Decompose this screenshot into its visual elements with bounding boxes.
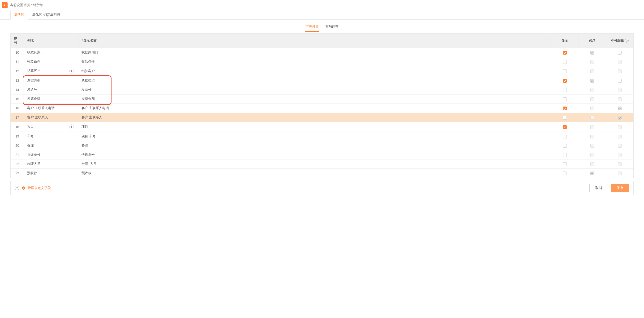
required-star-icon: * xyxy=(82,38,83,42)
required-checkbox xyxy=(590,116,594,120)
locked-checkbox xyxy=(618,116,622,120)
sub-tab-0[interactable]: 字段设置 xyxy=(305,23,319,32)
row-display-name[interactable]: 收款到期日 xyxy=(78,48,551,57)
row-display-name[interactable]: 项目 xyxy=(78,122,551,132)
row-display-name[interactable]: 收款条件 xyxy=(78,57,551,66)
required-checkbox xyxy=(590,125,594,129)
row-seq: 19 xyxy=(11,132,24,141)
locked-checkbox xyxy=(618,125,622,129)
required-checkbox xyxy=(590,88,594,92)
section-tab-0[interactable]: 表头区 xyxy=(10,10,28,20)
save-button[interactable]: 保存 xyxy=(611,184,629,192)
row-display-name[interactable]: 项目.车号 xyxy=(78,132,551,141)
locked-checkbox xyxy=(618,153,622,157)
table-row[interactable]: 17 客户.主联系人 客户.主联系人 xyxy=(11,113,633,122)
table-row[interactable]: 12 结算客户 结算客户 xyxy=(11,66,633,76)
row-colname: 车号 xyxy=(24,132,78,141)
table-row[interactable]: 15 发票金额 发票金额 xyxy=(11,94,633,104)
table-row[interactable]: 20 备注 备注 xyxy=(11,141,633,150)
table-row[interactable]: 22 步骤人员 步骤1人员 xyxy=(11,160,633,169)
row-display-name[interactable]: 结算客户 xyxy=(78,66,551,76)
required-checkbox xyxy=(590,135,594,138)
show-checkbox[interactable] xyxy=(563,51,567,54)
expand-field-button[interactable] xyxy=(69,124,74,129)
row-seq: 15 xyxy=(11,94,24,104)
required-checkbox xyxy=(590,162,594,166)
table-row[interactable]: 14 发票号 发票号 xyxy=(11,85,633,94)
required-checkbox xyxy=(590,60,594,64)
show-checkbox[interactable] xyxy=(563,88,567,92)
locked-checkbox xyxy=(618,135,622,138)
show-checkbox[interactable] xyxy=(563,97,567,101)
field-table: 序号 列名 *显示名称 显示 必录 不可编辑? 10 收款到期日 收款到期日 1… xyxy=(10,33,634,178)
show-checkbox[interactable] xyxy=(563,153,567,157)
locked-checkbox[interactable] xyxy=(618,79,622,83)
row-colname: 发票号 xyxy=(24,85,78,94)
section-tabs: 表头区表体区-销货单明细 xyxy=(0,10,644,20)
manage-custom-fields-link[interactable]: ? 管理自定义字段 xyxy=(15,186,51,190)
section-tab-1[interactable]: 表体区-销货单明细 xyxy=(28,10,64,20)
cancel-button[interactable]: 取消 xyxy=(590,184,608,192)
table-row[interactable]: 16 客户.主联系人电话 客户.主联系人电话 xyxy=(11,104,633,113)
show-checkbox[interactable] xyxy=(563,70,567,73)
row-display-name[interactable]: 快递单号 xyxy=(78,150,551,160)
table-row[interactable]: 10 收款到期日 收款到期日 xyxy=(11,48,633,57)
footer-bar: ? 管理自定义字段 取消 保存 xyxy=(10,181,634,196)
row-display-name[interactable]: 客户.主联系人电话 xyxy=(78,104,551,113)
row-display-name[interactable]: 发票号 xyxy=(78,85,551,94)
row-seq: 18 xyxy=(11,122,24,132)
col-header-seq: 序号 xyxy=(11,34,24,48)
table-row[interactable]: 19 车号 项目.车号 xyxy=(11,132,633,141)
sub-tabs: 字段设置布局调整 xyxy=(0,20,644,32)
row-display-name[interactable]: 发票金额 xyxy=(78,94,551,104)
table-row[interactable]: 21 快递单号 快递单号 xyxy=(11,150,633,160)
row-seq: 22 xyxy=(11,160,24,169)
expand-field-button[interactable] xyxy=(69,69,74,74)
show-checkbox[interactable] xyxy=(563,144,567,148)
show-checkbox[interactable] xyxy=(563,172,567,175)
table-row[interactable]: 23 预收款 预收款 xyxy=(11,169,633,178)
row-display-name[interactable]: 步骤1人员 xyxy=(78,160,551,169)
row-seq: 14 xyxy=(11,85,24,94)
row-display-name[interactable]: 备注 xyxy=(78,141,551,150)
col-header-name: 列名 xyxy=(24,34,78,48)
topbar: 当前设置单据：销货单 xyxy=(0,0,644,10)
row-display-name[interactable]: 票据类型 xyxy=(78,76,551,85)
sub-tab-1[interactable]: 布局调整 xyxy=(325,23,339,32)
show-checkbox[interactable] xyxy=(563,116,567,120)
table-row[interactable]: 11 收款条件 收款条件 xyxy=(11,57,633,66)
row-seq: 13 xyxy=(11,76,24,85)
required-checkbox xyxy=(590,97,594,101)
row-colname: 客户.主联系人电话 xyxy=(24,104,78,113)
row-seq: 17 xyxy=(11,113,24,122)
row-seq: 23 xyxy=(11,169,24,178)
locked-checkbox xyxy=(618,97,622,101)
row-display-name[interactable]: 预收款 xyxy=(78,169,551,178)
col-header-display-text: 显示名称 xyxy=(84,38,96,42)
row-display-name[interactable]: 客户.主联系人 xyxy=(78,113,551,122)
table-row[interactable]: 13 票据类型 票据类型 xyxy=(11,76,633,85)
expand-sidebar-button[interactable] xyxy=(2,2,8,8)
table-row[interactable]: 18 项目 项目 xyxy=(11,122,633,132)
required-checkbox xyxy=(590,106,594,110)
locked-checkbox xyxy=(618,60,622,64)
help-icon[interactable]: ? xyxy=(625,39,629,42)
locked-checkbox xyxy=(618,144,622,148)
show-checkbox[interactable] xyxy=(563,162,567,166)
show-checkbox[interactable] xyxy=(563,79,567,83)
required-checkbox xyxy=(590,51,594,54)
show-checkbox[interactable] xyxy=(563,125,567,129)
show-checkbox[interactable] xyxy=(563,60,567,64)
row-colname: 备注 xyxy=(24,141,78,150)
row-seq: 16 xyxy=(11,104,24,113)
row-seq: 21 xyxy=(11,150,24,160)
row-colname: 步骤人员 xyxy=(24,160,78,169)
show-checkbox[interactable] xyxy=(563,106,567,110)
col-header-locked-text: 不可编辑 xyxy=(611,38,624,42)
locked-checkbox[interactable] xyxy=(618,51,622,54)
help-icon[interactable]: ? xyxy=(15,186,19,190)
col-header-display: *显示名称 xyxy=(78,34,551,48)
row-colname: 快递单号 xyxy=(24,150,78,160)
locked-checkbox xyxy=(618,106,622,110)
show-checkbox[interactable] xyxy=(563,135,567,138)
